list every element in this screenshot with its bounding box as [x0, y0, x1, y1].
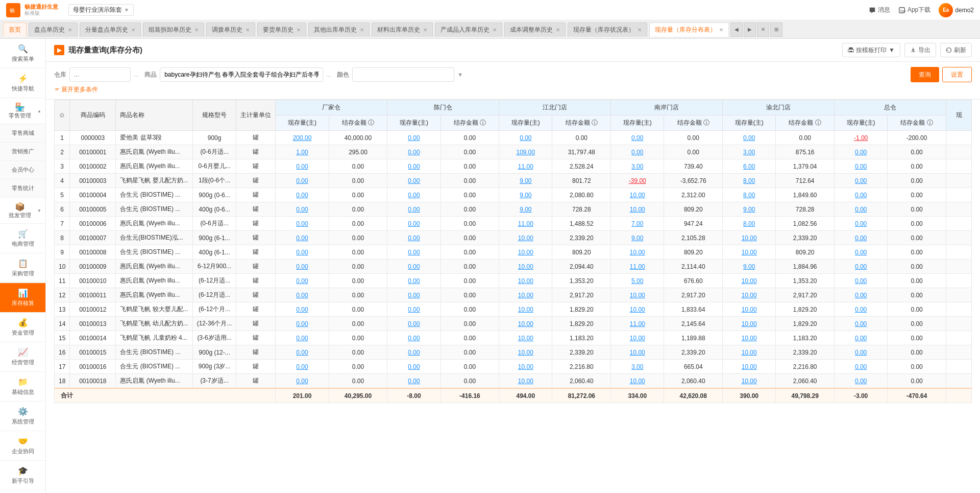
- product-input[interactable]: [160, 67, 323, 82]
- cell-chenmen-qty[interactable]: 0.00: [387, 302, 440, 317]
- cell-yubei-qty[interactable]: 8.00: [723, 188, 776, 202]
- cell-nanan-qty[interactable]: 10.00: [611, 188, 664, 202]
- cell-factory-qty[interactable]: 0.00: [276, 288, 329, 302]
- cell-factory-qty[interactable]: 0.00: [276, 374, 329, 389]
- th-settings[interactable]: ⚙: [55, 100, 70, 131]
- cell-chenmen-qty[interactable]: 0.00: [387, 217, 440, 231]
- cell-yubei-qty[interactable]: 10.00: [723, 317, 776, 331]
- cell-factory-qty[interactable]: 0.00: [276, 360, 329, 374]
- table-area[interactable]: ⚙ 商品编码 商品名称 规格型号 主计量单位 厂家仓 陈门仓 江北门店 南岸门店…: [46, 100, 980, 493]
- tab-home[interactable]: 首页: [3, 22, 27, 37]
- settings-icon[interactable]: ⚙: [59, 112, 65, 119]
- cell-chenmen-qty[interactable]: 0.00: [387, 317, 440, 331]
- cell-jiangbei-qty[interactable]: 9.00: [499, 188, 552, 202]
- cell-jiangbei-qty[interactable]: 10.00: [499, 260, 552, 274]
- cell-factory-qty[interactable]: 0.00: [276, 317, 329, 331]
- cell-factory-qty[interactable]: 0.00: [276, 345, 329, 360]
- sidebar-item-newguide[interactable]: 🎓 新手引导: [0, 461, 45, 490]
- tab-stock-status[interactable]: 现存量（库存状况表） ✕: [568, 22, 647, 37]
- cell-chenmen-qty[interactable]: 0.00: [387, 374, 440, 389]
- cell-total-qty[interactable]: 0.00: [835, 331, 888, 345]
- cell-yubei-qty[interactable]: 9.00: [723, 202, 776, 217]
- tab-requisition[interactable]: 要货单历史 ✕: [257, 22, 306, 37]
- warehouse-more-btn[interactable]: ...: [134, 72, 138, 78]
- cell-chenmen-qty[interactable]: 0.00: [387, 260, 440, 274]
- close-tab-other-out[interactable]: ✕: [360, 27, 364, 33]
- cell-chenmen-qty[interactable]: 0.00: [387, 345, 440, 360]
- tab-close-all-btn[interactable]: ✕: [757, 22, 769, 37]
- cell-total-qty[interactable]: 0.00: [835, 302, 888, 317]
- cell-chenmen-qty[interactable]: 0.00: [387, 188, 440, 202]
- cell-chenmen-qty[interactable]: 0.00: [387, 159, 440, 174]
- cell-factory-qty[interactable]: 200.00: [276, 131, 329, 145]
- close-tab-dist-count[interactable]: ✕: [131, 27, 135, 33]
- cell-jiangbei-qty[interactable]: 10.00: [499, 288, 552, 302]
- cell-jiangbei-qty[interactable]: 10.00: [499, 302, 552, 317]
- tab-dist-count[interactable]: 分量盘点单历史 ✕: [80, 22, 141, 37]
- cell-yubei-qty[interactable]: 10.00: [723, 302, 776, 317]
- cell-chenmen-qty[interactable]: 0.00: [387, 174, 440, 188]
- app-download-btn[interactable]: App App下载: [898, 6, 930, 14]
- cell-yubei-qty[interactable]: 0.00: [723, 131, 776, 145]
- cell-yubei-qty[interactable]: 10.00: [723, 345, 776, 360]
- message-btn[interactable]: 消息: [869, 6, 890, 14]
- tab-stock-dist[interactable]: 现存量（库存分布表） ✕: [649, 22, 729, 37]
- cell-yubei-qty[interactable]: 10.00: [723, 374, 776, 389]
- close-tab-material-out[interactable]: ✕: [423, 27, 427, 33]
- cell-total-qty[interactable]: -1.00: [835, 131, 888, 145]
- sidebar-item-search[interactable]: 🔍 搜索英单: [0, 39, 45, 68]
- cell-nanan-qty[interactable]: 10.00: [611, 202, 664, 217]
- cell-yubei-qty[interactable]: 8.00: [723, 217, 776, 231]
- cell-total-qty[interactable]: 0.00: [835, 217, 888, 231]
- close-tab-assemble[interactable]: ✕: [194, 27, 199, 33]
- tab-inventory-count[interactable]: 盘点单历史 ✕: [29, 22, 78, 37]
- cell-jiangbei-qty[interactable]: 10.00: [499, 331, 552, 345]
- cell-total-qty[interactable]: 0.00: [835, 274, 888, 288]
- cell-nanan-qty[interactable]: 11.00: [611, 260, 664, 274]
- cell-factory-qty[interactable]: 0.00: [276, 302, 329, 317]
- cell-total-qty[interactable]: 0.00: [835, 374, 888, 389]
- tab-expand-btn[interactable]: ⊞: [770, 22, 782, 37]
- cell-jiangbei-qty[interactable]: 10.00: [499, 360, 552, 374]
- sidebar-item-baseinfo[interactable]: 📁 基础信息: [0, 372, 45, 402]
- cell-nanan-qty[interactable]: 10.00: [611, 331, 664, 345]
- sidebar-item-ecommerce[interactable]: 🛒 电商管理: [0, 224, 45, 253]
- close-tab-product-in[interactable]: ✕: [493, 27, 497, 33]
- sidebar-item-corpcollab[interactable]: 🤝 企业协同: [0, 431, 45, 461]
- export-btn[interactable]: 导出: [904, 43, 936, 57]
- cell-jiangbei-qty[interactable]: 10.00: [499, 274, 552, 288]
- sidebar-item-marketing[interactable]: 营销推广: [0, 143, 45, 161]
- sidebar-item-retail-mgmt[interactable]: 🏪 零售管理 ▲: [0, 98, 45, 124]
- cell-jiangbei-qty[interactable]: 9.00: [499, 202, 552, 217]
- close-tab-requisition[interactable]: ✕: [297, 27, 301, 33]
- sidebar-item-purchase[interactable]: 📋 采购管理: [0, 253, 45, 283]
- user-avatar[interactable]: Ea demo2: [939, 3, 974, 17]
- cell-total-qty[interactable]: 0.00: [835, 245, 888, 260]
- cell-yubei-qty[interactable]: 10.00: [723, 231, 776, 245]
- cell-total-qty[interactable]: 0.00: [835, 360, 888, 374]
- cell-jiangbei-qty[interactable]: 10.00: [499, 345, 552, 360]
- cell-yubei-qty[interactable]: 10.00: [723, 274, 776, 288]
- sidebar-item-ops[interactable]: 📈 经营管理: [0, 342, 45, 372]
- set-btn[interactable]: 设置: [942, 67, 972, 82]
- cell-nanan-qty[interactable]: 10.00: [611, 302, 664, 317]
- close-tab-stock-dist[interactable]: ✕: [719, 27, 723, 33]
- cell-factory-qty[interactable]: 1.00: [276, 145, 329, 159]
- cell-total-qty[interactable]: 0.00: [835, 288, 888, 302]
- cell-nanan-qty[interactable]: 11.00: [611, 317, 664, 331]
- cell-factory-qty[interactable]: 0.00: [276, 217, 329, 231]
- cell-nanan-qty[interactable]: -39.00: [611, 174, 664, 188]
- tab-transfer[interactable]: 调拨单历史 ✕: [206, 22, 255, 37]
- industry-selector[interactable]: 母婴行业演示陈套 ▼: [68, 4, 134, 16]
- cell-nanan-qty[interactable]: 3.00: [611, 360, 664, 374]
- cell-nanan-qty[interactable]: 10.00: [611, 345, 664, 360]
- cell-factory-qty[interactable]: 0.00: [276, 202, 329, 217]
- cell-nanan-qty[interactable]: 7.00: [611, 217, 664, 231]
- cell-nanan-qty[interactable]: 10.00: [611, 374, 664, 389]
- cell-chenmen-qty[interactable]: 0.00: [387, 331, 440, 345]
- collapse-btn[interactable]: ▶: [54, 45, 64, 55]
- cell-factory-qty[interactable]: 0.00: [276, 260, 329, 274]
- cell-nanan-qty[interactable]: 5.00: [611, 274, 664, 288]
- cell-nanan-qty[interactable]: 10.00: [611, 288, 664, 302]
- close-tab-stock-status[interactable]: ✕: [638, 27, 642, 33]
